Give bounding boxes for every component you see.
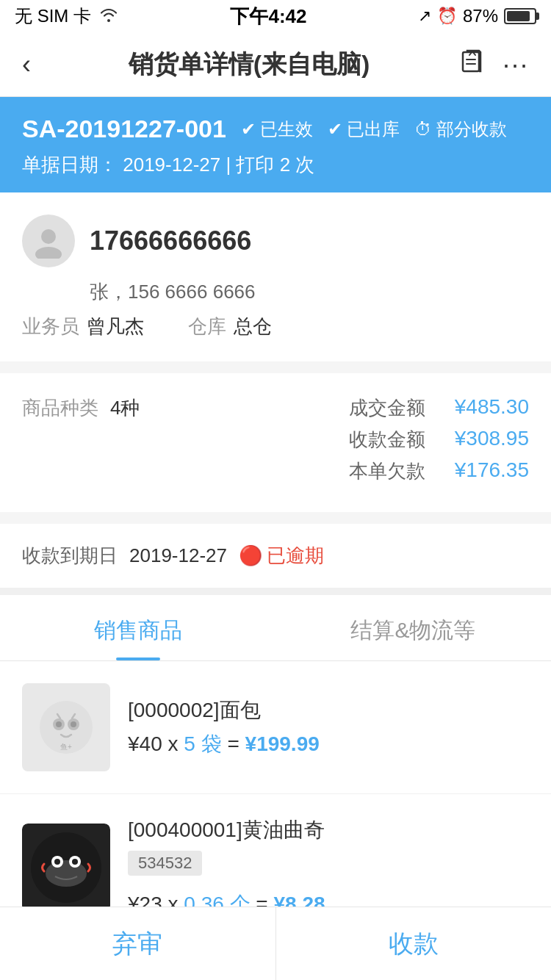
carrier-text: 无 SIM 卡 [15, 4, 91, 28]
banner-row1: SA-20191227-001 ✔ 已生效 ✔ 已出库 ⏱ 部分收款 [22, 115, 529, 143]
debt-amount-row: 本单欠款 ¥176.35 [349, 458, 529, 484]
tabs-section: 销售商品 结算&物流等 [0, 595, 551, 661]
nav-bar: ‹ 销货单详情(来自电脑) ··· [0, 32, 551, 97]
bottom-bar: 弃审 收款 [0, 907, 551, 980]
tabs-divider [0, 588, 551, 595]
svg-point-10 [46, 860, 87, 887]
product-item: 鱼+ [0000002]面包 ¥40 x 5 袋 = ¥199.99 [0, 661, 551, 794]
nav-actions: ··· [460, 49, 529, 80]
badge-effective: ✔ 已生效 [241, 118, 313, 141]
product-price-1: ¥40 x 5 袋 = ¥199.99 [128, 730, 529, 758]
customer-section: 17666666666 张，156 6666 6666 业务员 曾凡杰 仓库 总… [0, 192, 551, 361]
nav-title: 销货单详情(来自电脑) [38, 48, 460, 82]
svg-point-7 [71, 721, 76, 727]
customer-phone: 17666666666 [90, 226, 251, 256]
cancel-label: 弃审 [112, 927, 162, 961]
location-icon: ↗ [418, 7, 431, 26]
product-thumb-2 [22, 824, 110, 912]
check-icon-2: ✔ [328, 119, 342, 140]
svg-text:鱼+: 鱼+ [60, 743, 72, 751]
overdue-text: 已逾期 [267, 543, 324, 569]
received-amount-row: 收款金额 ¥308.95 [349, 427, 529, 453]
overdue-badge: 🔴 已逾期 [239, 543, 324, 569]
svg-point-6 [56, 721, 62, 727]
product-thumb-1: 鱼+ [22, 683, 110, 771]
summary-right: 成交金额 ¥485.30 收款金额 ¥308.95 本单欠款 ¥176.35 [349, 395, 529, 490]
thumb-placeholder-1: 鱼+ [22, 683, 110, 771]
clock-icon: ⏱ [414, 119, 432, 140]
overdue-icon: 🔴 [239, 544, 262, 567]
product-total-1: ¥199.99 [245, 732, 320, 755]
tab-underline [116, 657, 160, 660]
badge-partial: ⏱ 部分收款 [414, 118, 507, 141]
status-carrier: 无 SIM 卡 [15, 4, 119, 28]
collect-label: 收款 [389, 927, 439, 961]
product-name-2: [000400001]黄油曲奇 [128, 816, 529, 844]
customer-row: 17666666666 [22, 215, 529, 267]
collect-button[interactable]: 收款 [276, 907, 552, 980]
avatar [22, 215, 75, 267]
svg-point-13 [54, 859, 60, 865]
status-indicators: ↗ ⏰ 87% [418, 6, 536, 26]
tab-settlement[interactable]: 结算&物流等 [276, 595, 551, 660]
svg-rect-0 [463, 52, 479, 71]
cancel-button[interactable]: 弃审 [0, 907, 276, 980]
status-bar: 无 SIM 卡 下午4:42 ↗ ⏰ 87% [0, 0, 551, 32]
product-sku-2: 534532 [128, 851, 202, 876]
product-qty-1: 5 [184, 732, 195, 755]
product-name-1: [0000002]面包 [128, 696, 529, 724]
tabs-row: 销售商品 结算&物流等 [0, 595, 551, 660]
product-type-item: 商品种类 4种 [22, 395, 140, 421]
badge-shipped: ✔ 已出库 [328, 118, 400, 141]
svg-point-14 [72, 859, 78, 865]
wifi-icon [98, 6, 119, 26]
svg-point-1 [41, 229, 56, 244]
product-info-2: [000400001]黄油曲奇 534532 ¥23 x 0.36 个 = ¥8… [128, 816, 529, 918]
customer-name-phone: 张，156 6666 6666 [90, 279, 256, 305]
tab-products[interactable]: 销售商品 [0, 595, 276, 660]
customer-info: 张，156 6666 6666 [22, 279, 529, 305]
banner-date-row: 单据日期： 2019-12-27 | 打印 2 次 [22, 152, 529, 178]
products-section: 鱼+ [0000002]面包 ¥40 x 5 袋 = ¥199.99 [0, 661, 551, 941]
thumb-placeholder-2 [22, 824, 110, 912]
product-info-1: [0000002]面包 ¥40 x 5 袋 = ¥199.99 [128, 696, 529, 758]
summary-left: 商品种类 4种 [22, 395, 140, 490]
staff-item: 业务员 曾凡杰 [22, 314, 144, 339]
status-time: 下午4:42 [230, 4, 306, 29]
summary-section: 商品种类 4种 成交金额 ¥485.30 收款金额 ¥308.95 本单欠款 ¥… [0, 373, 551, 512]
svg-point-2 [35, 247, 62, 259]
warehouse-item: 仓库 总仓 [188, 314, 272, 339]
battery-indicator [504, 8, 536, 24]
header-banner: SA-20191227-001 ✔ 已生效 ✔ 已出库 ⏱ 部分收款 单据日期：… [0, 97, 551, 192]
due-section: 收款到期日 2019-12-27 🔴 已逾期 [0, 524, 551, 588]
tab-products-label: 销售商品 [94, 618, 182, 642]
order-id: SA-20191227-001 [22, 115, 226, 143]
more-icon[interactable]: ··· [503, 49, 529, 80]
deal-amount-row: 成交金额 ¥485.30 [349, 395, 529, 421]
back-button[interactable]: ‹ [22, 42, 38, 87]
alarm-icon: ⏰ [437, 7, 457, 26]
share-icon[interactable] [460, 49, 485, 80]
check-icon-1: ✔ [241, 119, 256, 140]
tab-settlement-label: 结算&物流等 [350, 618, 475, 642]
battery-percent: 87% [463, 6, 498, 26]
staff-row: 业务员 曾凡杰 仓库 总仓 [22, 314, 529, 339]
